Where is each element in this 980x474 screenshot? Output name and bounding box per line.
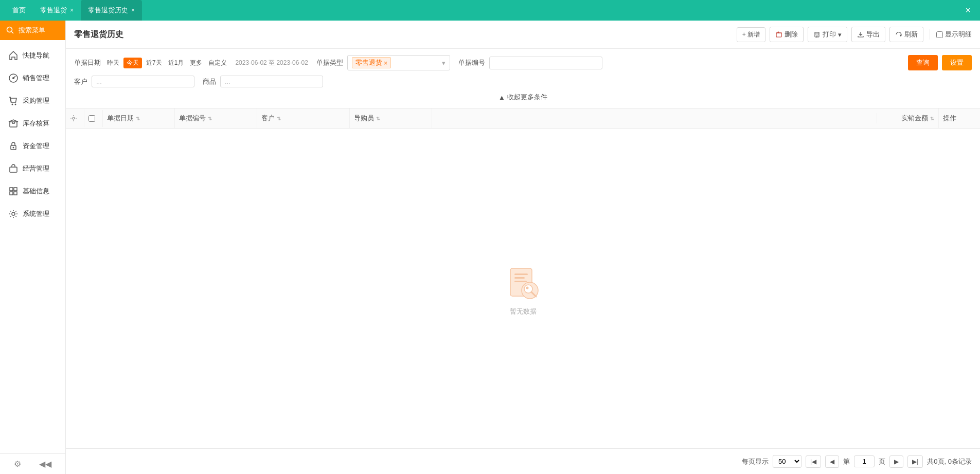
sidebar-item-finance[interactable]: 资金管理 xyxy=(0,135,65,157)
doc-type-tag: 零售退货 × xyxy=(352,57,391,68)
th-checkbox[interactable] xyxy=(84,110,103,127)
page-number-input[interactable]: 1 xyxy=(854,455,875,467)
setup-button[interactable]: 设置 xyxy=(942,55,972,70)
search-menu-button[interactable]: 搜索菜单 xyxy=(0,21,65,40)
tab-home[interactable]: 首页 xyxy=(5,0,33,21)
tab-retail-return-history[interactable]: 零售退货历史 × xyxy=(81,0,142,21)
refresh-icon xyxy=(895,31,902,38)
window-close-button[interactable]: × xyxy=(961,5,975,16)
goods-label: 商品 xyxy=(203,77,216,86)
print-button[interactable]: 打印 ▾ xyxy=(808,27,847,42)
page-last-button[interactable]: ▶| xyxy=(907,455,923,468)
svg-point-4 xyxy=(12,104,13,105)
sidebar-item-system-mgmt[interactable]: 系统管理 xyxy=(0,203,65,225)
page-first-button[interactable]: |◀ xyxy=(806,455,821,468)
goods-placeholder: ... xyxy=(225,78,230,85)
doc-type-select[interactable]: 零售退货 × ▾ xyxy=(347,55,450,70)
svg-point-0 xyxy=(7,27,12,32)
per-page-select[interactable]: 10 20 50 100 xyxy=(773,455,801,468)
shopping-icon xyxy=(8,96,19,106)
empty-text: 暂无数据 xyxy=(510,307,537,316)
settings-bottom-icon[interactable]: ⚙ xyxy=(14,459,21,469)
customer-select[interactable]: ... xyxy=(92,76,194,87)
svg-point-25 xyxy=(526,287,528,289)
svg-point-14 xyxy=(12,212,15,215)
sidebar-item-inventory[interactable]: 库存核算 xyxy=(0,112,65,135)
th-date-sort[interactable]: ⇅ xyxy=(136,116,140,121)
th-action: 操作 xyxy=(939,108,980,128)
top-bar: 首页 零售退货 × 零售退货历史 × × xyxy=(0,0,980,21)
th-customer[interactable]: 客户 ⇅ xyxy=(257,108,350,128)
sidebar-item-base-info[interactable]: 基础信息 xyxy=(0,180,65,203)
refresh-label: 刷新 xyxy=(904,30,918,39)
volume-icon[interactable]: ◀◀ xyxy=(39,459,51,469)
th-customer-sort[interactable]: ⇅ xyxy=(277,116,281,121)
table-header-row: 单据日期 ⇅ 单据编号 ⇅ 客户 ⇅ 导购员 ⇅ 实销金额 xyxy=(66,108,980,129)
empty-state: 暂无数据 xyxy=(66,129,980,448)
pagination: 每页显示 10 20 50 100 |◀ ◀ 第 1 页 ▶ ▶| 共0页, 0… xyxy=(66,448,980,474)
sidebar-item-quick-nav[interactable]: 快捷导航 xyxy=(0,44,65,67)
svg-point-3 xyxy=(12,77,14,79)
date-opt-yesterday[interactable]: 昨天 xyxy=(105,58,121,68)
show-detail-checkbox[interactable] xyxy=(936,31,943,38)
page-unit: 页 xyxy=(879,457,885,466)
svg-rect-15 xyxy=(776,33,781,37)
show-detail-label: 显示明细 xyxy=(945,30,972,39)
settings-col-icon xyxy=(70,115,77,122)
goods-select[interactable]: ... xyxy=(220,76,323,87)
date-opt-last7[interactable]: 近7天 xyxy=(144,58,164,68)
collapse-row[interactable]: ▲ 收起更多条件 xyxy=(74,93,972,102)
page-prev-button[interactable]: ◀ xyxy=(825,455,839,468)
th-date[interactable]: 单据日期 ⇅ xyxy=(103,108,175,128)
svg-rect-16 xyxy=(815,34,819,37)
query-button[interactable]: 查询 xyxy=(908,55,938,70)
filter-row-2: 客户 ... 商品 ... xyxy=(74,76,972,87)
box-icon xyxy=(8,118,19,129)
tab-retail-return-label: 零售退货 xyxy=(40,6,67,15)
svg-rect-20 xyxy=(514,277,525,279)
tab-retail-return-close[interactable]: × xyxy=(70,7,74,14)
page-next-button[interactable]: ▶ xyxy=(889,455,903,468)
sidebar-item-label: 系统管理 xyxy=(23,209,49,218)
per-page-label: 每页显示 xyxy=(742,457,769,466)
date-opt-more[interactable]: 更多 xyxy=(188,58,204,68)
page-summary: 共0页, 0条记录 xyxy=(927,457,972,466)
sidebar-item-sales-mgmt[interactable]: 销售管理 xyxy=(0,67,65,89)
th-amount-sort[interactable]: ⇅ xyxy=(930,116,934,121)
th-date-label: 单据日期 xyxy=(107,114,134,123)
search-icon xyxy=(6,26,14,34)
svg-rect-9 xyxy=(10,167,17,172)
show-detail-checkbox-label[interactable]: 显示明细 xyxy=(936,30,972,39)
doc-number-input[interactable] xyxy=(489,57,602,69)
doc-type-tag-remove[interactable]: × xyxy=(384,59,388,67)
new-button[interactable]: + 新增 xyxy=(737,27,765,42)
refresh-button[interactable]: 刷新 xyxy=(889,27,923,42)
goods-filter: 商品 ... xyxy=(203,76,323,87)
sidebar-item-operations[interactable]: 经营管理 xyxy=(0,157,65,180)
th-number[interactable]: 单据编号 ⇅ xyxy=(175,108,257,128)
th-amount-label: 实销金额 xyxy=(901,114,928,123)
delete-icon xyxy=(775,31,782,38)
th-guide-sort[interactable]: ⇅ xyxy=(376,116,380,121)
date-opt-last1month[interactable]: 近1月 xyxy=(166,58,186,68)
sidebar-item-label: 经营管理 xyxy=(23,164,49,173)
th-guide[interactable]: 导购员 ⇅ xyxy=(350,108,432,128)
th-amount[interactable]: 实销金额 ⇅ xyxy=(877,108,939,128)
sidebar-item-purchase-mgmt[interactable]: 采购管理 xyxy=(0,89,65,112)
export-icon xyxy=(857,31,864,38)
th-settings[interactable] xyxy=(66,110,84,127)
export-button[interactable]: 导出 xyxy=(851,27,885,42)
select-all-checkbox[interactable] xyxy=(88,115,95,122)
th-number-sort[interactable]: ⇅ xyxy=(208,116,212,121)
date-range-display: 2023-06-02 至 2023-06-02 xyxy=(235,59,308,67)
filter-area: 单据日期 昨天 今天 近7天 近1月 更多 自定义 2023-06-02 至 2… xyxy=(66,49,980,108)
delete-button[interactable]: 删除 xyxy=(770,27,804,42)
tab-retail-return-history-close[interactable]: × xyxy=(131,7,135,14)
page-title: 零售退货历史 xyxy=(74,29,123,40)
date-opt-custom[interactable]: 自定义 xyxy=(206,58,229,68)
customer-filter: 客户 ... xyxy=(74,76,194,87)
date-opt-today[interactable]: 今天 xyxy=(123,58,142,68)
tab-retail-return[interactable]: 零售退货 × xyxy=(33,0,81,21)
sidebar-nav: 快捷导航 销售管理 采购管理 xyxy=(0,40,65,453)
doc-number-label: 单据编号 xyxy=(458,58,485,67)
